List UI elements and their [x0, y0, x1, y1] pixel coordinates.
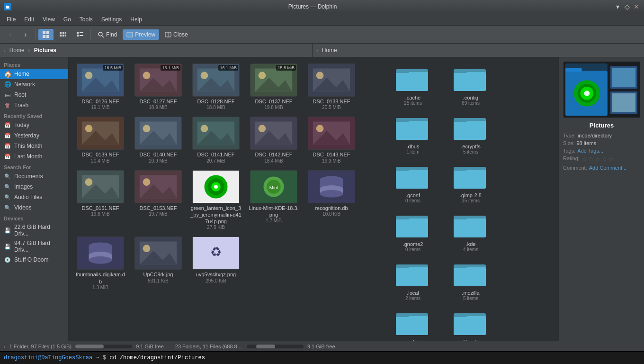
left-file-item[interactable]: DSC_0153.NEF 19.7 MiB: [130, 168, 186, 233]
menu-go[interactable]: Go: [60, 15, 75, 24]
breadcrumb-home[interactable]: Home: [8, 46, 27, 55]
main-area: Places 🏠 Home 🌐 Network 🖴 Root 🗑 Trash R…: [0, 57, 644, 341]
sidebar-item-trash[interactable]: 🗑 Trash: [0, 100, 68, 110]
svg-point-50: [201, 125, 208, 133]
file-thumbnail: [134, 170, 182, 203]
maximize-icon[interactable]: ◇: [623, 3, 631, 10]
left-file-item[interactable]: 16.5 MiB DSC_0126.NEF 19.1 MiB: [72, 61, 128, 112]
view-compact-button[interactable]: [55, 29, 71, 40]
right-folder-item[interactable]: .cache 25 items: [385, 61, 441, 108]
sidebar-item-images[interactable]: 🔍 Images: [0, 182, 68, 192]
file-size-badge: 16.1 MiB: [161, 65, 180, 71]
tags-link[interactable]: Add Tags...: [577, 148, 603, 154]
view-icons-button[interactable]: [38, 29, 54, 40]
right-folder-item[interactable]: .gconf 0 items: [385, 159, 441, 206]
sidebar-item-today[interactable]: 📅 Today: [0, 120, 68, 130]
sidebar-item-stuff[interactable]: 💿 Stuff O Doom: [0, 255, 68, 265]
sidebar-item-root[interactable]: 🖴 Root: [0, 90, 68, 100]
svg-rect-99: [454, 72, 486, 91]
left-file-item[interactable]: thumbnails-digikam.db 1.3 MiB: [72, 234, 128, 292]
left-file-item[interactable]: DSC_0140.NEF 20.9 MiB: [130, 114, 186, 165]
breadcrumb-pictures[interactable]: Pictures: [32, 46, 58, 55]
sidebar-item-home[interactable]: 🏠 Home: [0, 69, 68, 79]
split-close-icon: [165, 31, 171, 38]
rating-stars[interactable]: ☆☆☆☆☆: [581, 155, 615, 163]
menu-view[interactable]: View: [39, 15, 59, 24]
sidebar-item-yesterday[interactable]: 📅 Yesterday: [0, 130, 68, 141]
sidebar-item-last-month[interactable]: 📅 Last Month: [0, 151, 68, 162]
close-icon[interactable]: ✕: [633, 3, 640, 10]
left-scrollbar[interactable]: [75, 345, 132, 348]
right-folder-item[interactable]: .kde 4 items: [443, 208, 499, 255]
forward-button[interactable]: ›: [19, 28, 32, 41]
calendar-yesterday-icon: 📅: [4, 132, 11, 139]
left-file-item[interactable]: green_lantern_icon_3_by_jeremymallin-d41…: [188, 168, 244, 233]
folder-count: 5 items: [463, 296, 478, 301]
folder-count: 0 items: [405, 198, 420, 203]
minimize-icon[interactable]: ▾: [614, 3, 621, 10]
sidebar-item-network[interactable]: 🌐 Network: [0, 79, 68, 90]
sidebar-item-hdd1[interactable]: 💾 22.6 GiB Hard Driv...: [0, 222, 68, 238]
svg-rect-8: [65, 32, 66, 34]
left-file-item[interactable]: 16.1 MiB DSC_0128.NEF 18.8 MiB: [188, 61, 244, 112]
file-meta: 20.7 MiB: [206, 158, 225, 164]
svg-point-14: [98, 32, 102, 36]
right-folder-item[interactable]: .mozilla 5 items: [443, 256, 499, 303]
right-folder-item[interactable]: .gimp-2.8 35 items: [443, 159, 499, 206]
back-button[interactable]: ‹: [4, 28, 17, 41]
breadcrumb-home-right[interactable]: Home: [320, 46, 339, 55]
sidebar-item-this-month[interactable]: 📅 This Month: [0, 141, 68, 151]
left-file-item[interactable]: DSC_0143.NEF 19.3 MiB: [304, 114, 359, 165]
view-details-button[interactable]: [72, 29, 88, 40]
right-folder-item[interactable]: .dbus 1 item: [385, 110, 441, 157]
left-file-item[interactable]: 16.1 MiB DSC_0127.NEF 18.9 MiB: [130, 61, 186, 112]
sidebar-item-videos[interactable]: 🔍 Videos: [0, 202, 68, 213]
preview-button[interactable]: Preview: [123, 29, 159, 40]
menu-settings[interactable]: Settings: [98, 15, 125, 24]
left-file-item[interactable]: ♻ uvq5vscitxgz.png 295.0 KiB: [188, 234, 244, 292]
calendar-today-icon: 📅: [4, 121, 11, 129]
right-folder-item[interactable]: .gnome2 0 items: [385, 208, 441, 255]
close-button[interactable]: Close: [161, 29, 192, 40]
menu-help[interactable]: Help: [126, 15, 146, 24]
menu-file[interactable]: File: [3, 15, 19, 24]
left-file-item[interactable]: DSC_0139.NEF 20.4 MiB: [72, 114, 128, 165]
left-file-item[interactable]: Mint Linux-Mint-KDE-18.3.png 1.7 MiB: [246, 168, 302, 233]
sidebar-item-hdd2[interactable]: 💾 94.7 GiB Hard Driv...: [0, 238, 68, 255]
sidebar: Places 🏠 Home 🌐 Network 🖴 Root 🗑 Trash R…: [0, 57, 69, 341]
statusbar: › 1 Folder, 97 Files (1.5 GiB) 9.1 GiB f…: [0, 341, 644, 351]
menu-tools[interactable]: Tools: [76, 15, 97, 24]
file-meta: 19.6 MiB: [91, 211, 109, 217]
type-value: inode/directory: [578, 133, 612, 138]
svg-rect-10: [77, 32, 79, 34]
left-file-grid: 16.5 MiB DSC_0126.NEF 19.1 MiB 16.1 MiB …: [69, 57, 381, 296]
left-file-item[interactable]: DSC_0142.NEF 18.4 MiB: [246, 114, 302, 165]
preview-collage: [564, 61, 640, 118]
comment-link[interactable]: Add Comment...: [589, 165, 626, 171]
right-folder-item[interactable]: .pki 1 item: [385, 305, 441, 341]
left-file-item[interactable]: DSC_0141.NEF 20.7 MiB: [188, 114, 244, 165]
svg-rect-112: [454, 168, 467, 171]
sidebar-item-audio[interactable]: 🔍 Audio Files: [0, 192, 68, 202]
file-thumbnail: [77, 117, 124, 150]
left-file-item[interactable]: recognition.db 10.0 KiB: [304, 168, 359, 233]
find-button[interactable]: Find: [94, 29, 121, 40]
menu-edit[interactable]: Edit: [20, 15, 38, 24]
right-folder-item[interactable]: .Private 34 items: [443, 305, 499, 341]
svg-rect-111: [454, 170, 486, 189]
right-folder-item[interactable]: .config 69 items: [443, 61, 499, 108]
svg-rect-106: [454, 119, 467, 122]
folder-name: .ecryptfs: [461, 144, 481, 149]
left-file-item[interactable]: DSC_0138.NEF 20.5 MiB: [304, 61, 359, 112]
file-thumbnail: Mint: [250, 170, 297, 203]
right-scrollbar[interactable]: [247, 345, 304, 348]
left-file-item[interactable]: 15.8 MiB DSC_0137.NEF 19.8 MiB: [246, 61, 302, 112]
sidebar-item-documents[interactable]: 🔍 Documents: [0, 171, 68, 182]
file-name: DSC_0137.NEF: [255, 98, 293, 105]
right-folder-item[interactable]: .local 2 items: [385, 256, 441, 303]
terminal-prompt-1: dragostini@DaTingGoesSkraa: [4, 355, 92, 361]
left-file-item[interactable]: UpCC9rk.jpg 531.1 KiB: [130, 234, 186, 292]
left-file-item[interactable]: DSC_0151.NEF 19.6 MiB: [72, 168, 128, 233]
right-folder-item[interactable]: .ecryptfs 5 items: [443, 110, 499, 157]
svg-rect-126: [396, 316, 428, 335]
